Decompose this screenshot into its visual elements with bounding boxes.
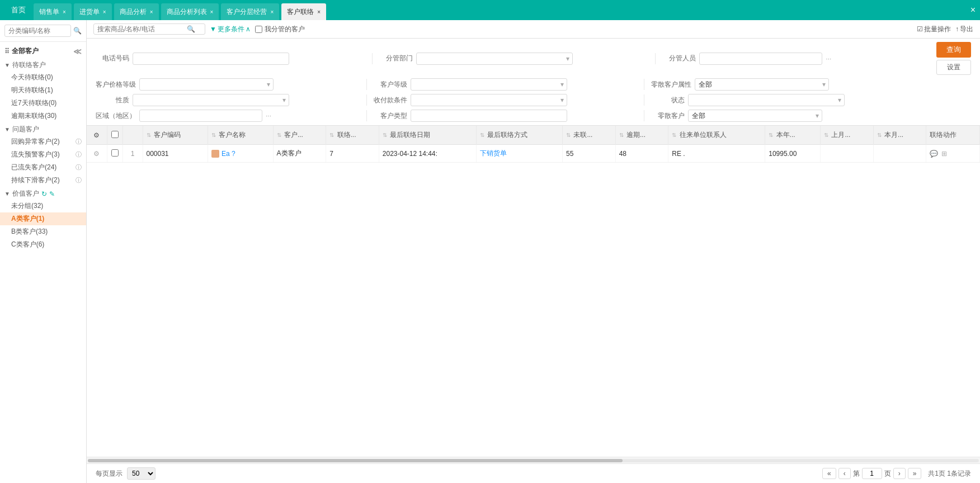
nav-tab-sales[interactable]: 销售单 × [34, 3, 72, 20]
filter-manager-input[interactable] [699, 53, 822, 65]
sidebar-group-header: ⠿ 全部客户 ≪ [0, 44, 86, 58]
th-company-contact[interactable]: ⇅ 往来单位联系人 [668, 126, 765, 145]
my-customer-checkbox[interactable] [255, 26, 262, 33]
sidebar-item-today[interactable]: 今天待联络(0) [0, 71, 86, 84]
problem-section-label: 问题客户 [12, 125, 39, 134]
nav-tab-product-analysis-close[interactable]: × [150, 9, 153, 15]
filter-price-grade: 客户价格等级 [96, 78, 360, 91]
td-gear[interactable]: ⚙ [87, 145, 107, 163]
value-refresh-icon[interactable]: ↻ [41, 190, 47, 198]
last-contact-method-link[interactable]: 下销货单 [480, 149, 507, 157]
settings-button[interactable]: 设置 [936, 60, 971, 75]
filter-dropdown-icon: ∧ [246, 25, 251, 33]
sidebar-item-c-class[interactable]: C类客户(6) [0, 238, 86, 251]
filter-retail-attr-select[interactable]: 全部 [695, 78, 829, 91]
last-page-button[interactable]: » [908, 468, 922, 479]
sidebar-item-b-class[interactable]: B类客户(33) [0, 225, 86, 238]
scrollbar-track[interactable] [88, 459, 979, 462]
export-button[interactable]: ↑ 导出 [955, 25, 973, 34]
sidebar-collapse-button[interactable]: ≪ [73, 47, 82, 56]
chat-icon[interactable]: 💬 [930, 150, 938, 158]
filter-manager-dots[interactable]: ··· [826, 55, 831, 63]
td-this-year: 10995.00 [765, 145, 821, 163]
sidebar-item-overdue[interactable]: 逾期未联络(30) [0, 110, 86, 122]
sidebar-item-declining[interactable]: 持续下滑客户(2) ⓘ [0, 174, 86, 187]
nav-tab-purchase-close[interactable]: × [103, 9, 106, 15]
query-button[interactable]: 查询 [936, 42, 971, 58]
sort-icon-name: ⇅ [211, 132, 216, 138]
sidebar-item-warning-label: 流失预警客户(3) [11, 150, 60, 159]
nav-tab-customer-segment-close[interactable]: × [270, 9, 274, 15]
sidebar-section-pending[interactable]: ▼ 待联络客户 [0, 58, 86, 71]
filter-customer-grade-select[interactable] [411, 78, 567, 91]
sidebar-item-abnormal[interactable]: 回购异常客户(2) ⓘ [0, 135, 86, 148]
sidebar-section-value[interactable]: ▼ 价值客户 ↻ ✎ [0, 187, 86, 200]
td-this-month [873, 145, 926, 163]
sidebar-item-warning[interactable]: 流失预警客户(3) ⓘ [0, 148, 86, 161]
th-customer-name[interactable]: ⇅ 客户名称 [208, 126, 274, 145]
nav-tab-purchase[interactable]: 进货单 × [74, 3, 112, 20]
th-no-contact[interactable]: ⇅ 未联... [563, 126, 616, 145]
th-contact[interactable]: ⇅ 联络... [326, 126, 379, 145]
filter-region-dots[interactable]: ··· [266, 112, 271, 120]
more-filter-button[interactable]: ▼ 更多条件 ∧ [210, 25, 251, 34]
row-checkbox[interactable] [111, 149, 119, 157]
th-last-month[interactable]: ⇅ 上月... [821, 126, 874, 145]
sidebar-item-a-class[interactable]: A类客户(1) [0, 212, 86, 225]
customer-name-text[interactable]: Ea ? [222, 150, 235, 158]
table-footer: 每页显示 50 100 200 « ‹ 第 页 › » 共1页 1条记录 [87, 463, 980, 483]
value-edit-icon[interactable]: ✎ [49, 190, 55, 198]
filter-customer-type-input[interactable] [411, 110, 567, 122]
filter-nature-select[interactable] [133, 94, 289, 106]
search-icon[interactable]: 🔍 [187, 25, 195, 33]
nav-tab-sales-close[interactable]: × [63, 9, 66, 15]
batch-op-button[interactable]: ☑ 批量操作 [917, 25, 951, 34]
th-customer-type[interactable]: ⇅ 客户... [273, 126, 326, 145]
th-last-contact-date[interactable]: ⇅ 最后联络日期 [379, 126, 476, 145]
nav-tab-product-analysis[interactable]: 商品分析 × [114, 3, 159, 20]
th-customer-code[interactable]: ⇅ 客户编码 [143, 126, 208, 145]
filter-payment-select[interactable] [411, 94, 567, 106]
th-rownum [123, 126, 143, 145]
td-checkbox [107, 145, 123, 163]
select-all-checkbox[interactable] [111, 131, 119, 138]
qr-icon[interactable]: ⊞ [941, 150, 947, 158]
sidebar-item-7days[interactable]: 近7天待联络(0) [0, 97, 86, 110]
sidebar-section-problem[interactable]: ▼ 问题客户 [0, 122, 86, 135]
th-this-month-label: 本月... [884, 131, 903, 139]
filter-retail-select[interactable]: 全部 [688, 110, 822, 122]
sidebar-search-area: 🔍 [0, 20, 86, 42]
sidebar-item-lost[interactable]: 已流失客户(24) ⓘ [0, 161, 86, 174]
th-this-year[interactable]: ⇅ 本年... [765, 126, 821, 145]
filter-price-grade-select[interactable] [139, 78, 274, 91]
nav-tab-product-list[interactable]: 商品分析列表 × [161, 3, 219, 20]
search-input[interactable] [97, 25, 187, 33]
page-size-select[interactable]: 50 100 200 [127, 467, 156, 480]
filter-region-input[interactable] [139, 110, 262, 122]
nav-tab-customer-contact-close[interactable]: × [317, 9, 321, 15]
close-all-button[interactable]: × [970, 5, 976, 15]
th-this-month[interactable]: ⇅ 本月... [873, 126, 926, 145]
filter-status-select[interactable] [688, 94, 845, 106]
sidebar-item-ungroup[interactable]: 未分组(32) [0, 200, 86, 212]
next-page-button[interactable]: › [893, 468, 906, 479]
problem-arrow-icon: ▼ [4, 126, 10, 132]
td-actions: 💬 ⊞ [926, 145, 980, 163]
nav-home[interactable]: 首页 [4, 0, 32, 20]
nav-tab-customer-segment[interactable]: 客户分层经营 × [221, 3, 279, 20]
th-gear[interactable]: ⚙ [87, 126, 107, 145]
filter-dept-select[interactable] [416, 53, 573, 65]
page-number-input[interactable] [862, 468, 882, 479]
sidebar-search-icon[interactable]: 🔍 [73, 27, 82, 35]
filter-phone-input[interactable] [133, 53, 289, 65]
sidebar-search-input[interactable] [4, 25, 71, 37]
scrollbar-thumb[interactable] [88, 459, 623, 462]
th-last-contact-method[interactable]: ⇅ 最后联络方式 [476, 126, 562, 145]
nav-tab-product-list-close[interactable]: × [210, 9, 214, 15]
sidebar-item-tomorrow[interactable]: 明天待联络(1) [0, 84, 86, 97]
info-icon-warning: ⓘ [76, 150, 82, 159]
th-overdue[interactable]: ⇅ 逾期... [615, 126, 668, 145]
prev-page-button[interactable]: ‹ [838, 468, 851, 479]
nav-tab-customer-contact[interactable]: 客户联络 × [281, 3, 326, 20]
first-page-button[interactable]: « [822, 468, 836, 479]
